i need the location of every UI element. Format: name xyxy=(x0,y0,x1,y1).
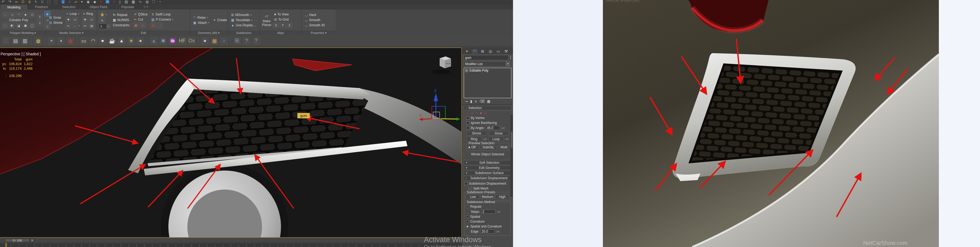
camera-tripod-icon[interactable]: ⌖ xyxy=(48,37,55,45)
help-icon[interactable]: ? xyxy=(243,37,250,45)
unlink-icon[interactable]: ∅ xyxy=(21,0,24,3)
tab-create[interactable]: ✦ xyxy=(463,48,471,54)
tab-object-paint[interactable]: Object Paint xyxy=(83,4,114,10)
modifier-list-dropdown[interactable]: Modifier List ▼ xyxy=(464,61,511,66)
radio-regular[interactable] xyxy=(466,205,469,208)
teapot-icon[interactable]: ☕ xyxy=(108,37,116,45)
gray-sphere-icon[interactable]: ● xyxy=(201,37,209,45)
select-object-icon[interactable]: ↖ xyxy=(35,0,38,3)
pm-icon-5[interactable]: ◯ xyxy=(29,23,35,28)
configure-modifier-sets-icon[interactable]: ▦ xyxy=(487,99,490,103)
preset-low-button[interactable]: Low xyxy=(466,194,480,199)
pin-stack-icon[interactable]: ⊸ xyxy=(465,99,468,103)
light-lister-icon[interactable]: ▤ xyxy=(12,37,19,45)
hair-icon[interactable]: HF xyxy=(178,37,186,45)
by-angle-value[interactable]: 45.0 xyxy=(486,126,500,130)
preview-subobj-icon[interactable]: ⬚ xyxy=(2,23,8,28)
crossing-selection-icon[interactable]: ⬚ xyxy=(54,0,58,3)
show-end-result-icon[interactable]: ▮ xyxy=(470,99,472,103)
camera-view-icon[interactable]: ◖ xyxy=(57,37,65,45)
spinner-arrows-icon[interactable]: ▲▼ xyxy=(496,231,500,233)
frame-marker[interactable] xyxy=(5,243,7,247)
panel-label-polygon-modeling[interactable]: Polygon Modeling ▾ xyxy=(0,30,46,35)
rect-selection-icon[interactable]: ⬚ xyxy=(47,0,50,3)
select-by-name-icon[interactable]: ⍇ xyxy=(41,0,43,3)
percent-snap-icon[interactable]: ⌖ xyxy=(113,0,115,3)
ring-grow-icon[interactable]: ✚ xyxy=(82,17,88,22)
preset-high-button[interactable]: High xyxy=(495,194,509,199)
edge-subobj-icon[interactable]: ◁ xyxy=(471,111,473,115)
relax-button[interactable]: ◠Relax▾ xyxy=(192,16,210,20)
curve-editor-icon[interactable]: ∿ xyxy=(139,0,142,3)
align-icon[interactable]: ▤ xyxy=(124,0,128,3)
ref-coord-dropdown[interactable]: ▾ xyxy=(81,0,83,3)
constraint-face-icon[interactable]: ◇ xyxy=(140,22,146,28)
render-icon[interactable]: ◔ xyxy=(159,0,161,3)
plane-light-icon[interactable]: ▭ xyxy=(80,37,88,45)
subdivision-displacement-checkbox[interactable]: Subdivision Displacement xyxy=(462,180,513,186)
shrink-selection-button[interactable]: Shrink xyxy=(466,131,487,136)
by-angle-checkbox[interactable]: By Angle: 45.0 ▲▼ xyxy=(464,125,511,130)
panel-label-edit[interactable]: Edit xyxy=(97,30,190,35)
render-window-icon[interactable]: ⛶ xyxy=(2,37,10,45)
attach-button[interactable]: ▣Attach▾ xyxy=(192,21,210,25)
ring-shift-icon[interactable]: ▭ xyxy=(89,17,95,22)
align-x-button[interactable]: X xyxy=(273,22,279,28)
checkbox-checked-icon[interactable]: ✓ xyxy=(469,187,472,190)
dot-ring-icon[interactable]: ▤ xyxy=(89,23,95,29)
selection-sphere-icon[interactable]: ◕ xyxy=(220,37,228,45)
modifier-stack[interactable]: + Editable Poly xyxy=(464,68,511,98)
constraint-edge-icon[interactable]: ▣ xyxy=(133,22,139,28)
tab-modeling[interactable]: Modeling xyxy=(0,4,28,10)
make-planar-button[interactable]: MakePlanar xyxy=(262,19,272,27)
object-name-field[interactable] xyxy=(464,55,508,60)
select-manipulate-icon[interactable]: ◆ xyxy=(94,0,96,3)
radio-spatial-and-curvature[interactable] xyxy=(466,225,469,228)
sun-icon[interactable]: ☀ xyxy=(127,37,135,45)
edge-mode-icon[interactable]: ◁ xyxy=(9,12,15,18)
rollout-selection[interactable]: -Selection xyxy=(464,106,511,110)
time-slider-handle[interactable]: 0 / 100 xyxy=(5,239,30,242)
layer-list-icon[interactable]: ▥ xyxy=(21,37,29,45)
tab-hierarchy[interactable]: ⊞ xyxy=(479,48,486,54)
spinner-arrows-icon[interactable]: ▲▼ xyxy=(483,138,487,140)
shrink-button[interactable]: ⊟Shrink xyxy=(48,21,64,25)
tab-display[interactable]: ▭ xyxy=(495,48,502,54)
repeat-button[interactable]: ↻Repeat xyxy=(112,13,131,17)
ring-selection-button[interactable]: Ring xyxy=(466,136,482,141)
use-center-icon[interactable]: ◉ xyxy=(87,0,90,3)
by-vertex-checkbox[interactable]: By Vertex xyxy=(464,115,511,120)
ignore-backfacing-checkbox[interactable]: Ignore Backfacing xyxy=(464,120,511,125)
snap-toggle-icon[interactable]: ⌖ xyxy=(100,0,102,3)
rock-icon[interactable]: ❋ xyxy=(159,37,167,45)
pm-icon-4[interactable]: ▣ xyxy=(22,23,29,28)
mirror-icon[interactable]: ▯ xyxy=(119,0,121,3)
preserve-uvs-icon[interactable]: 🔒 xyxy=(99,12,105,17)
rollout-subdivision-surface[interactable]: +Subdivision Surface xyxy=(464,171,511,175)
rollout-subdivision-displacement[interactable]: -Subdivision Displacement xyxy=(464,176,511,180)
bind-spacewarp-icon[interactable]: ⧖ xyxy=(28,0,30,3)
ribbon-overflow-button[interactable]: ⬭ ▾ xyxy=(141,4,151,10)
panel-label-align[interactable]: Align xyxy=(260,30,302,35)
material-editor-icon[interactable]: ◍ xyxy=(146,0,149,3)
vertex-mode-icon[interactable]: ∴ xyxy=(2,12,8,18)
radio-multi[interactable] xyxy=(497,146,499,149)
to-grid-button[interactable]: ⊞To Grid xyxy=(273,18,293,22)
undo-icon[interactable]: ↶ xyxy=(2,0,5,3)
preset-medium-button[interactable]: Medium xyxy=(480,194,494,199)
object-color-swatch[interactable] xyxy=(510,55,511,60)
spacewarp-icon[interactable]: ⌅ xyxy=(150,37,158,45)
edit-spinner-value[interactable]: 1 xyxy=(99,24,107,29)
edit-extra-1-icon[interactable]: ◼ xyxy=(150,22,156,28)
loop-grow-icon[interactable]: ✚ xyxy=(65,17,71,22)
dome-light-icon[interactable]: ◠ xyxy=(89,37,97,45)
element-mode-icon[interactable]: ⬡ xyxy=(29,12,35,18)
border-mode-icon[interactable]: ◠ xyxy=(16,12,22,18)
loop-mode-icon[interactable]: ≍ xyxy=(65,23,71,29)
tab-freeform[interactable]: Freeform xyxy=(28,4,55,10)
rollout-soft-selection[interactable]: +Soft Selection xyxy=(464,160,511,165)
element-subobj-icon[interactable]: ⬡ xyxy=(484,111,487,115)
batch-render-icon[interactable]: ⎘ xyxy=(233,37,241,45)
cut-button[interactable]: ✂Cut xyxy=(133,18,149,22)
grass-icon[interactable]: ♒ xyxy=(169,37,177,45)
